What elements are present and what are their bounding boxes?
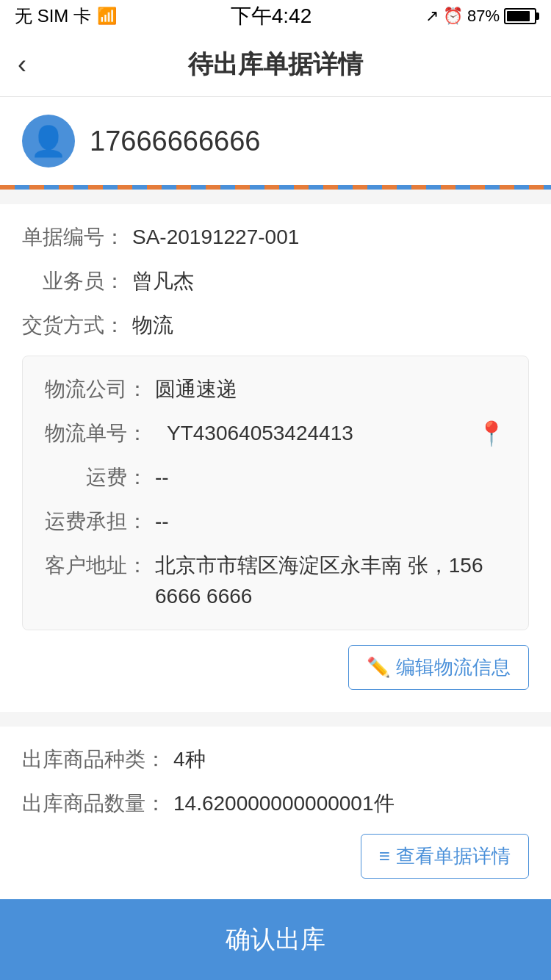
- freight-label: 运费：: [45, 462, 148, 493]
- location-pin-icon[interactable]: 📍: [477, 419, 506, 447]
- view-details-label: 查看单据详情: [396, 843, 511, 869]
- dashed-divider: [0, 185, 551, 190]
- status-time: 下午4:42: [231, 2, 312, 30]
- freight-bear-row: 运费承担： --: [45, 506, 506, 537]
- edit-logistics-btn-row: ✏️ 编辑物流信息: [22, 645, 529, 690]
- status-left: 无 SIM 卡 📶: [15, 4, 117, 28]
- page-title: 待出库单据详情: [188, 48, 363, 82]
- address-row: 客户地址： 北京市市辖区海淀区永丰南 张，156 6666 6666: [45, 550, 506, 612]
- salesperson-label: 业务员：: [22, 266, 125, 297]
- goods-type-value: 4种: [173, 744, 529, 775]
- delivery-label: 交货方式：: [22, 310, 125, 341]
- logistics-company-row: 物流公司： 圆通速递: [45, 374, 506, 405]
- logistics-number-label: 物流单号：: [45, 418, 148, 449]
- edit-logistics-button[interactable]: ✏️ 编辑物流信息: [348, 645, 529, 690]
- battery-percent: 87%: [467, 7, 500, 26]
- order-number-row: 单据编号： SA-20191227-001: [22, 222, 529, 253]
- content-area: 👤 17666666666 单据编号： SA-20191227-001 业务员：…: [0, 97, 551, 980]
- view-details-btn-row: ≡ 查看单据详情: [22, 834, 529, 879]
- goods-quantity-row: 出库商品数量： 14.620000000000001件: [22, 788, 529, 819]
- view-details-icon: ≡: [379, 845, 390, 868]
- logistics-company-value: 圆通速递: [155, 374, 506, 405]
- goods-section: 出库商品种类： 4种 出库商品数量： 14.620000000000001件 ≡…: [0, 727, 551, 901]
- delivery-row: 交货方式： 物流: [22, 310, 529, 341]
- edit-icon: ✏️: [367, 656, 390, 679]
- carrier-label: 无 SIM 卡: [15, 4, 91, 28]
- logistics-number-row: 物流单号： YT43064053424413 📍: [45, 418, 506, 449]
- avatar-icon: 👤: [30, 124, 67, 159]
- customer-header: 👤 17666666666: [0, 97, 551, 185]
- address-label: 客户地址：: [45, 550, 148, 581]
- address-value: 北京市市辖区海淀区永丰南 张，156 6666 6666: [155, 550, 506, 612]
- view-details-button[interactable]: ≡ 查看单据详情: [361, 834, 529, 879]
- goods-type-label: 出库商品种类：: [22, 744, 166, 775]
- goods-quantity-value: 14.620000000000001件: [173, 788, 529, 819]
- freight-value: --: [155, 462, 506, 493]
- alarm-icon: ⏰: [443, 7, 463, 26]
- goods-type-row: 出库商品种类： 4种: [22, 744, 529, 775]
- avatar: 👤: [22, 115, 75, 167]
- salesperson-value: 曾凡杰: [132, 266, 529, 297]
- delivery-value: 物流: [132, 310, 529, 341]
- customer-phone: 17666666666: [90, 126, 260, 157]
- order-number-label: 单据编号：: [22, 222, 125, 253]
- status-bar: 无 SIM 卡 📶 下午4:42 ↗ ⏰ 87%: [0, 0, 551, 32]
- freight-bear-label: 运费承担：: [45, 506, 148, 537]
- order-info-section: 单据编号： SA-20191227-001 业务员： 曾凡杰 交货方式： 物流 …: [0, 204, 551, 712]
- logistics-card: 物流公司： 圆通速递 物流单号： YT43064053424413 📍 运费： …: [22, 356, 529, 630]
- nav-bar: ‹ 待出库单据详情: [0, 32, 551, 97]
- wifi-icon: 📶: [97, 7, 117, 26]
- edit-logistics-label: 编辑物流信息: [396, 655, 511, 680]
- salesperson-row: 业务员： 曾凡杰: [22, 266, 529, 297]
- freight-bear-value: --: [155, 506, 506, 537]
- location-status-icon: ↗: [425, 7, 439, 26]
- confirm-button-label: 确认出库: [226, 923, 325, 956]
- status-right: ↗ ⏰ 87%: [425, 7, 536, 26]
- order-number-value: SA-20191227-001: [132, 222, 529, 253]
- confirm-bar[interactable]: 确认出库: [0, 899, 551, 980]
- goods-quantity-label: 出库商品数量：: [22, 788, 166, 819]
- logistics-number-value: YT43064053424413: [167, 418, 465, 449]
- freight-row: 运费： --: [45, 462, 506, 493]
- back-button[interactable]: ‹: [18, 49, 26, 80]
- battery-icon: [504, 8, 536, 24]
- logistics-company-label: 物流公司：: [45, 374, 148, 405]
